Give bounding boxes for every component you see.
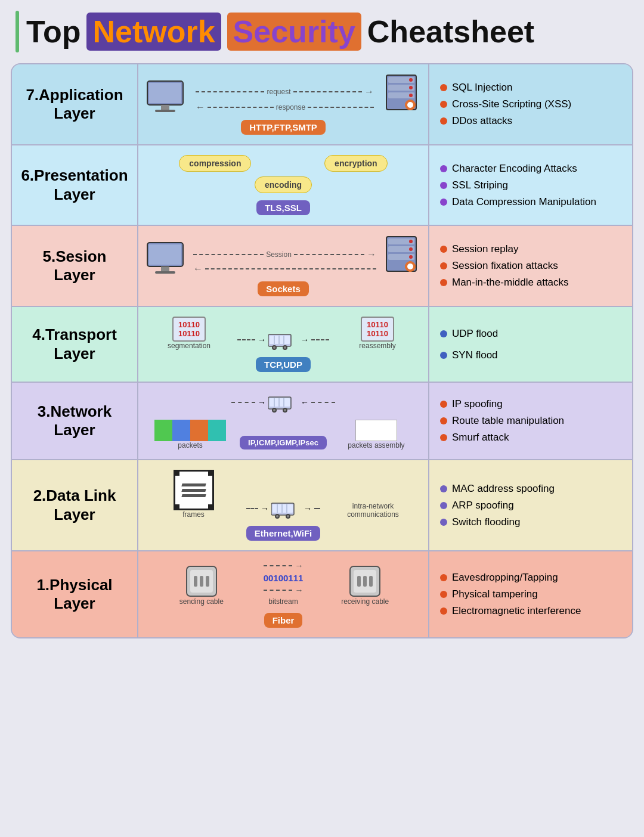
title-security: Security bbox=[227, 13, 361, 51]
binary-block-left: 10110 10110 bbox=[172, 317, 206, 342]
threat-text: Physical tampering bbox=[452, 588, 538, 600]
svg-rect-70 bbox=[369, 576, 373, 587]
monitor-icon bbox=[144, 80, 186, 113]
receiving-cable-icon bbox=[349, 565, 381, 597]
threat-item: SYN flood bbox=[440, 349, 621, 361]
threat-text: Session replay bbox=[452, 243, 519, 255]
svg-rect-53 bbox=[273, 504, 293, 513]
binary-block-right: 10110 10110 bbox=[361, 317, 394, 342]
threat-item: Physical tampering bbox=[440, 588, 621, 600]
layer-row-presentation: 6.PresentationLayer compression encrypti… bbox=[12, 145, 632, 226]
threat-text: Character Encoding Attacks bbox=[452, 163, 577, 175]
svg-rect-2 bbox=[161, 105, 169, 110]
svg-rect-32 bbox=[405, 265, 407, 268]
threat-text: Switch flooding bbox=[452, 516, 520, 528]
protocol-badge-net: IP,ICMP,IGMP,IPsec bbox=[240, 436, 327, 450]
threat-item: Session fixation attacks bbox=[440, 260, 621, 272]
svg-rect-19 bbox=[161, 266, 169, 271]
svg-point-60 bbox=[287, 515, 289, 517]
layer-threats-network: IP spoofing Route table manipulation Smu… bbox=[429, 383, 632, 459]
layer-name-session: 5.SesionLayer bbox=[12, 226, 137, 306]
threat-item: Man-in-the-middle attacks bbox=[440, 277, 621, 289]
threat-dot bbox=[440, 434, 447, 441]
packets-label: packets bbox=[178, 441, 202, 450]
threat-text: UDP flood bbox=[452, 328, 498, 340]
svg-point-10 bbox=[409, 94, 413, 97]
protocol-badge-data: Ethernet,WiFi bbox=[246, 526, 321, 541]
bitstream-label: bitstream bbox=[268, 597, 298, 606]
svg-point-8 bbox=[409, 78, 413, 82]
svg-point-9 bbox=[409, 86, 413, 89]
packet-assembly bbox=[355, 420, 397, 441]
layer-visual-presentation: compression encryption encoding TLS,SSL bbox=[137, 145, 429, 225]
threat-text: SQL Injection bbox=[452, 82, 512, 94]
threat-item: Switch flooding bbox=[440, 516, 621, 528]
page-header: Top Network Security Cheatsheet bbox=[11, 11, 633, 52]
threat-item: DDos attacks bbox=[440, 115, 621, 127]
svg-point-58 bbox=[276, 515, 278, 517]
main-title: Top Network Security Cheatsheet bbox=[26, 13, 534, 51]
threat-dot bbox=[440, 246, 447, 253]
svg-point-42 bbox=[284, 346, 286, 349]
svg-rect-68 bbox=[357, 576, 361, 587]
threat-item: Smurf attack bbox=[440, 432, 621, 444]
svg-rect-20 bbox=[155, 271, 175, 274]
layer-threats-transport: UDP flood SYN flood bbox=[429, 307, 632, 382]
svg-point-25 bbox=[409, 240, 413, 243]
svg-rect-44 bbox=[270, 398, 290, 407]
threat-text: MAC address spoofing bbox=[452, 483, 555, 495]
layer-threats-application: SQL Injection Cross-Site Scripting (XSS)… bbox=[429, 64, 632, 144]
svg-rect-31 bbox=[409, 269, 411, 272]
layer-row-physical: 1.PhysicalLayer sending cable bbox=[12, 551, 632, 637]
threat-item: SQL Injection bbox=[440, 82, 621, 94]
layer-row-network: 3.NetworkLayer → ← bbox=[12, 383, 632, 460]
layer-threats-physical: Eavesdropping/Tapping Physical tampering… bbox=[429, 551, 632, 637]
threat-item: Character Encoding Attacks bbox=[440, 163, 621, 175]
threat-dot bbox=[440, 485, 447, 492]
layer-threats-session: Session replay Session fixation attacks … bbox=[429, 226, 632, 306]
layer-name-presentation: 6.PresentationLayer bbox=[12, 145, 137, 225]
threat-dot bbox=[440, 84, 447, 91]
sending-cable-icon bbox=[185, 565, 218, 597]
protocol-badge-app: HTTP,FTP,SMTP bbox=[241, 120, 326, 135]
svg-point-12 bbox=[407, 102, 413, 108]
threat-dot bbox=[440, 574, 447, 581]
layer-name-application: 7.ApplicationLayer bbox=[12, 64, 137, 144]
svg-rect-15 bbox=[405, 104, 407, 106]
svg-rect-18 bbox=[149, 244, 181, 265]
threat-dot bbox=[440, 417, 447, 424]
layer-threats-datalink: MAC address spoofing ARP spoofing Switch… bbox=[429, 460, 632, 550]
threat-dot bbox=[440, 330, 447, 337]
threat-item: Eavesdropping/Tapping bbox=[440, 572, 621, 584]
threat-dot bbox=[440, 165, 447, 172]
threat-item: Data Compression Manipulation bbox=[440, 196, 621, 208]
threat-text: Route table manipulation bbox=[452, 415, 564, 427]
threat-dot bbox=[440, 401, 447, 408]
compression-pill: compression bbox=[179, 155, 251, 172]
threat-text: Data Compression Manipulation bbox=[452, 196, 596, 208]
threat-item: Session replay bbox=[440, 243, 621, 255]
protocol-badge-pres: TLS,SSL bbox=[256, 200, 310, 215]
protocol-badge-sess: Sockets bbox=[258, 281, 309, 296]
threat-dot bbox=[440, 591, 447, 598]
svg-rect-63 bbox=[194, 576, 197, 587]
svg-point-49 bbox=[273, 409, 275, 411]
title-top: Top bbox=[26, 14, 80, 49]
threat-text: SSL Striping bbox=[452, 179, 508, 191]
svg-rect-3 bbox=[155, 110, 175, 112]
packet-blocks bbox=[154, 420, 226, 441]
layer-row-datalink: 2.Data LinkLayer bbox=[12, 460, 632, 551]
svg-rect-14 bbox=[409, 108, 411, 110]
segmentation-label: segmentation bbox=[168, 342, 210, 350]
server-icon-session bbox=[383, 235, 422, 274]
threat-item: UDP flood bbox=[440, 328, 621, 340]
svg-rect-30 bbox=[409, 261, 411, 264]
layer-name-transport: 4.TransportLayer bbox=[12, 307, 137, 382]
frames-label: frames bbox=[182, 510, 205, 519]
threat-text: DDos attacks bbox=[452, 115, 512, 127]
packets-assembly-label: packets assembly bbox=[348, 441, 404, 450]
svg-rect-64 bbox=[200, 576, 203, 587]
svg-rect-13 bbox=[409, 100, 411, 102]
session-label: Session bbox=[266, 250, 292, 259]
reassembly-label: reassembly bbox=[359, 342, 395, 350]
